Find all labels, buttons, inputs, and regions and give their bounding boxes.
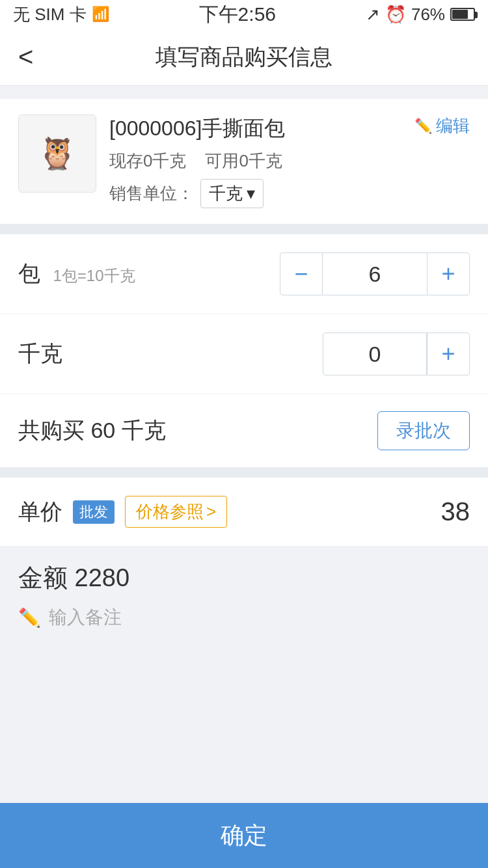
carrier-text: 无 SIM 卡 [13,3,87,26]
bao-decrement-button[interactable]: − [280,252,323,295]
location-icon: ↗ [366,5,380,25]
kg-qty-control: + [323,332,470,375]
kg-row: 千克 + [0,314,488,394]
kg-label: 千克 [18,339,323,369]
edit-button[interactable]: ✏️ 编辑 [414,115,470,137]
status-bar: 无 SIM 卡 📶 下午2:56 ↗ ⏰ 76% [0,0,488,29]
bao-input[interactable] [323,252,427,295]
status-left: 无 SIM 卡 📶 [13,3,109,26]
price-section: 单价 批发 价格参照 > 38 [0,478,488,546]
back-button[interactable]: < [18,42,33,72]
chevron-right-icon: > [206,502,216,522]
price-type-badge: 批发 [73,500,115,524]
bao-hint: 1包=10千克 [53,267,135,284]
price-value: 38 [441,497,470,526]
divider-1 [0,224,488,234]
bao-qty-control: − + [280,252,470,295]
price-reference-button[interactable]: 价格参照 > [125,496,227,528]
kg-increment-button[interactable]: + [427,332,470,375]
chevron-down-icon: ▾ [247,183,255,204]
unit-select[interactable]: 千克 ▾ [200,179,264,208]
battery-icon [450,8,475,21]
bao-label: 包 1包=10千克 [18,259,280,289]
time-display: 下午2:56 [199,1,276,28]
note-placeholder: 输入备注 [49,605,122,630]
note-row[interactable]: ✏️ 输入备注 [18,605,470,630]
amount-section: 金额 2280 ✏️ 输入备注 [0,546,488,640]
product-thumbnail: 🦉 [18,115,96,193]
total-row: 共购买 60 千克 录批次 [0,394,488,467]
kg-input[interactable] [323,332,427,375]
alarm-icon: ⏰ [385,5,406,25]
battery-percent: 76% [411,5,445,25]
amount-label: 金额 2280 [18,562,470,595]
record-batch-button[interactable]: 录批次 [377,411,470,450]
edit-label: 编辑 [436,115,470,137]
status-right: ↗ ⏰ 76% [366,5,475,25]
confirm-bar[interactable]: 确定 [0,803,488,868]
product-stock: 现存0千克 可用0千克 [109,150,470,172]
page-title: 填写商品购买信息 [156,42,332,72]
wifi-icon: 📶 [92,6,109,23]
stock-text: 现存0千克 [109,151,186,170]
bao-row: 包 1包=10千克 − + [0,234,488,314]
price-label: 单价 [18,497,62,527]
price-ref-label: 价格参照 [136,500,204,523]
total-label: 共购买 60 千克 [18,416,166,446]
divider-2 [0,467,488,478]
product-unit-row: 销售单位： 千克 ▾ [109,179,470,208]
quantity-section: 包 1包=10千克 − + 千克 + [0,234,488,394]
confirm-button-label: 确定 [221,820,267,852]
product-card: 🦉 [0000006]手撕面包 现存0千克 可用0千克 销售单位： 千克 ▾ ✏… [0,99,488,224]
bao-increment-button[interactable]: + [427,252,470,295]
pencil-icon: ✏️ [18,607,41,629]
available-text: 可用0千克 [205,151,282,170]
product-logo: 🦉 [38,135,77,172]
nav-bar: < 填写商品购买信息 [0,29,488,86]
unit-label: 销售单位： [109,182,194,205]
unit-value: 千克 [209,182,243,205]
edit-icon: ✏️ [414,118,432,135]
